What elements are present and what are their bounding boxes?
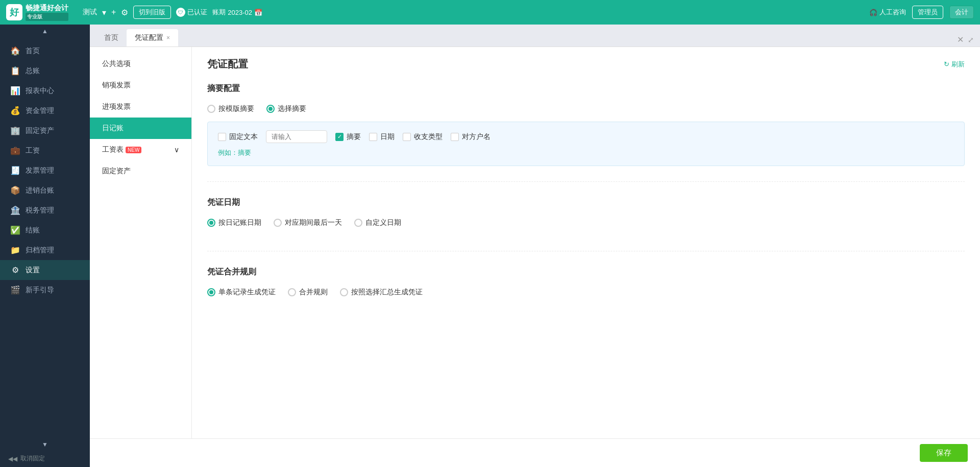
close-period-icon: ✅ xyxy=(10,225,20,235)
checkbox-summary[interactable]: ✓ 摘要 xyxy=(335,132,361,142)
logo: 好 畅捷通好会计 专业版 xyxy=(6,4,78,21)
sidebar-item-archive[interactable]: 📁 归档管理 xyxy=(0,240,90,260)
left-menu-item-public[interactable]: 公共选项 xyxy=(90,53,191,75)
tab-close-icon[interactable]: × xyxy=(166,34,170,41)
new-badge: NEW xyxy=(126,147,141,153)
radio-circle-custom-date xyxy=(354,219,362,227)
radio-period-last[interactable]: 对应期间最后一天 xyxy=(274,218,342,227)
summary-section-title: 摘要配置 xyxy=(207,83,965,94)
left-menu-item-payroll[interactable]: 工资表NEW ∨ xyxy=(90,139,191,160)
refresh-button[interactable]: ↻ 刷新 xyxy=(944,60,965,69)
radio-merge-rule[interactable]: 合并规则 xyxy=(288,288,328,297)
sidebar-item-assets[interactable]: 🏢 固定资产 xyxy=(0,121,90,141)
left-menu-item-journal[interactable]: 日记账 xyxy=(90,118,191,139)
shield-icon: 🛡 xyxy=(176,8,185,17)
left-menu-item-purchase[interactable]: 进项发票 xyxy=(90,96,191,118)
summary-label: 摘要 xyxy=(347,132,361,142)
date-radio-group: 按日记账日期 对应期间最后一天 自定义日期 xyxy=(207,218,965,227)
example-text: 例如：摘要 xyxy=(218,148,954,157)
logo-text: 畅捷通好会计 专业版 xyxy=(26,4,68,21)
app-edition: 专业版 xyxy=(26,13,68,21)
company-selector[interactable]: 测试 xyxy=(83,8,97,17)
page-title: 凭证配置 xyxy=(207,57,248,71)
sidebar-item-funds[interactable]: 💰 资金管理 xyxy=(0,101,90,121)
logo-icon: 好 xyxy=(6,4,22,20)
radio-custom-date-label: 自定义日期 xyxy=(365,218,401,227)
radio-custom-date[interactable]: 自定义日期 xyxy=(354,218,401,227)
checkbox-fixed-text[interactable]: 固定文本 xyxy=(218,132,258,142)
tab-voucher-label: 凭证配置 xyxy=(135,33,163,42)
dropdown-icon[interactable]: ▾ xyxy=(102,8,106,17)
radio-select-summary[interactable]: 选择摘要 xyxy=(266,104,306,113)
sidebar-item-label: 工资 xyxy=(26,146,40,155)
close-panel-icon[interactable]: ✕ xyxy=(957,35,964,44)
radio-select-label: 选择摘要 xyxy=(278,104,306,113)
save-button[interactable]: 保存 xyxy=(920,444,968,462)
fixed-text-input[interactable] xyxy=(266,130,327,143)
refresh-label: 刷新 xyxy=(951,60,965,69)
income-type-label: 收支类型 xyxy=(414,132,443,142)
consult-button[interactable]: 🎧 人工咨询 xyxy=(869,8,906,17)
left-menu-item-fixed-assets[interactable]: 固定资产 xyxy=(90,160,191,182)
sidebar-item-trade[interactable]: 📦 进销台账 xyxy=(0,180,90,200)
page-content: 公共选项 销项发票 进项发票 日记账 工资表NEW ∨ 固定资产 凭证配置 ↻ … xyxy=(90,47,980,438)
radio-summary-gen[interactable]: 按照选择汇总生成凭证 xyxy=(340,288,423,297)
checkbox-fixed-text-box xyxy=(218,133,226,141)
radio-journal-date[interactable]: 按日记账日期 xyxy=(207,218,261,227)
sidebar-item-tax[interactable]: 🏦 税务管理 xyxy=(0,200,90,220)
admin-button[interactable]: 管理员 xyxy=(912,6,943,19)
sidebar-item-close[interactable]: ✅ 结账 xyxy=(0,220,90,240)
sidebar-item-label: 资金管理 xyxy=(26,106,54,115)
payroll-label: 工资表NEW xyxy=(102,145,141,154)
radio-merge-rule-label: 合并规则 xyxy=(299,288,328,297)
tab-home[interactable]: 首页 xyxy=(96,29,127,46)
sidebar-item-label: 设置 xyxy=(26,266,40,275)
invoice-icon: 🧾 xyxy=(10,166,20,175)
radio-single[interactable]: 单条记录生成凭证 xyxy=(207,288,276,297)
merge-radio-group: 单条记录生成凭证 合并规则 按照选择汇总生成凭证 xyxy=(207,288,965,297)
sidebar: ▲ 🏠 首页 📋 总账 📊 报表中心 💰 资金管理 🏢 固定资产 xyxy=(0,25,90,467)
sidebar-item-reports[interactable]: 📊 报表中心 xyxy=(0,81,90,101)
merge-section-title: 凭证合并规则 xyxy=(207,267,965,277)
left-arrow-icon: ◀◀ xyxy=(8,455,17,462)
sidebar-item-label: 新手引导 xyxy=(26,286,54,295)
left-menu-item-sales[interactable]: 销项发票 xyxy=(90,75,191,96)
add-icon[interactable]: + xyxy=(111,8,116,17)
radio-circle-template xyxy=(207,105,215,113)
app-title: 畅捷通好会计 xyxy=(26,4,68,13)
tab-voucher[interactable]: 凭证配置 × xyxy=(127,29,178,46)
checkbox-income-type[interactable]: 收支类型 xyxy=(403,132,443,142)
period-info: 账期 2023-02 📅 xyxy=(212,8,262,17)
settings-icon[interactable]: ⚙ xyxy=(121,8,128,17)
checkbox-date[interactable]: 日期 xyxy=(369,132,395,142)
radio-template[interactable]: 按模版摘要 xyxy=(207,104,254,113)
sidebar-item-ledger[interactable]: 📋 总账 xyxy=(0,61,90,81)
switch-version-button[interactable]: 切到旧版 xyxy=(133,6,171,19)
sidebar-item-label: 首页 xyxy=(26,46,40,56)
checkbox-date-box xyxy=(369,133,377,141)
sidebar-item-label: 固定资产 xyxy=(26,126,54,135)
checkbox-counterpart[interactable]: 对方户名 xyxy=(451,132,491,142)
sidebar-item-label: 归档管理 xyxy=(26,246,54,255)
sidebar-item-guide[interactable]: 🎬 新手引导 xyxy=(0,280,90,300)
sidebar-scroll-down[interactable]: ▼ xyxy=(0,438,90,450)
archive-icon: 📁 xyxy=(10,245,20,255)
sidebar-item-label: 发票管理 xyxy=(26,166,54,175)
radio-period-last-label: 对应期间最后一天 xyxy=(285,218,342,227)
sidebar-item-home[interactable]: 🏠 首页 xyxy=(0,41,90,61)
main-layout: ▲ 🏠 首页 📋 总账 📊 报表中心 💰 资金管理 🏢 固定资产 xyxy=(0,25,980,467)
sidebar-item-salary[interactable]: 💼 工资 xyxy=(0,141,90,160)
calendar-icon[interactable]: 📅 xyxy=(254,9,262,16)
left-menu: 公共选项 销项发票 进项发票 日记账 工资表NEW ∨ 固定资产 xyxy=(90,47,192,438)
expand-icon[interactable]: ⤢ xyxy=(968,36,974,44)
verified-badge: 🛡 已认证 xyxy=(176,8,207,17)
sidebar-scroll-up[interactable]: ▲ xyxy=(0,25,90,37)
assets-icon: 🏢 xyxy=(10,126,20,135)
sidebar-item-label: 报表中心 xyxy=(26,86,54,96)
radio-circle-journal-date xyxy=(207,219,215,227)
cancel-fixed-button[interactable]: ◀◀ 取消固定 xyxy=(0,450,90,467)
sidebar-item-settings[interactable]: ⚙ 设置 xyxy=(0,260,90,280)
accountant-button[interactable]: 会计 xyxy=(949,6,974,19)
sidebar-item-invoice[interactable]: 🧾 发票管理 xyxy=(0,160,90,180)
radio-single-label: 单条记录生成凭证 xyxy=(218,288,276,297)
